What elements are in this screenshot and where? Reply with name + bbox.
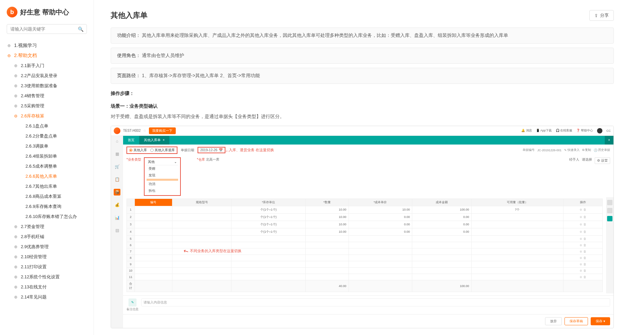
row-action-icons[interactable]: ⊕ 🗑 xyxy=(563,261,602,267)
money-icon[interactable]: 💰 xyxy=(114,202,120,208)
plus-icon: ⊕ xyxy=(13,63,18,68)
row-action-icons[interactable]: ⊕ 🗑 xyxy=(563,267,602,274)
ss-rb-2[interactable] xyxy=(607,208,612,213)
row-action-icons[interactable]: ⊕ 🗑 xyxy=(563,274,602,280)
nav-sub-29[interactable]: ⊕2.9优惠券管理 xyxy=(13,242,87,252)
clipboard-icon[interactable]: 📋 xyxy=(114,176,120,183)
ss-date-field[interactable]: 2019-12-26 📅 ← xyxy=(198,147,225,153)
table-row-empty[interactable]: 11⊕ 🗑 xyxy=(127,274,603,280)
nav-sub-21[interactable]: ⊕2.1新手入门 xyxy=(13,61,87,71)
ss-biztype-label: *业务类型 xyxy=(126,157,141,162)
row-action-icons[interactable]: ⊕ 🗑 xyxy=(563,213,602,221)
nav-sub-211[interactable]: ⊕2.11打印设置 xyxy=(13,262,87,272)
ss-top-app[interactable]: 📱 App下载 xyxy=(536,128,552,133)
table-row[interactable]: 3个(1个=1个)10.000.000.00⊕ 🗑 xyxy=(127,221,603,228)
home-icon[interactable]: ⌂ xyxy=(114,138,120,145)
intro-box: 功能介绍： 其他入库单用来处理除采购入库、产成品入库之外的其他入库业务，因此其他… xyxy=(111,27,614,44)
ss-dd-opt-4[interactable]: 拆包 xyxy=(147,187,178,194)
table-row[interactable]: 2个(1个=1个)10.000.000.00⊕ 🗑 xyxy=(127,213,603,221)
nav-leaf-267[interactable]: 2.6.7其他出库单 xyxy=(25,181,87,191)
star-icon: ☆ xyxy=(143,129,146,132)
ss-remark-input[interactable]: 请输入内容信息 xyxy=(141,298,610,306)
nav-leaf-2610[interactable]: 2.6.10库存账本错了怎么办 xyxy=(25,212,87,222)
ss-link-quick[interactable]: ✎快速录入 xyxy=(564,148,580,152)
plus-icon: ⊕ xyxy=(13,94,18,98)
table-row-empty[interactable]: 8⊕ 🗑 xyxy=(127,255,603,261)
nav-sub-25[interactable]: ⊕2.5采购管理 xyxy=(13,101,87,111)
row-action-icons[interactable]: ⊕ 🗑 xyxy=(563,235,602,242)
nav-leaf-264[interactable]: 2.6.4组装拆卸单 xyxy=(25,151,87,161)
nav-sub-27[interactable]: ⊕2.7资金管理 xyxy=(13,222,87,232)
ss-link-history[interactable]: 🕓历史单据 xyxy=(594,148,610,152)
avatar-icon[interactable] xyxy=(597,128,602,133)
row-action-icons[interactable]: ⊕ 🗑 xyxy=(563,221,602,228)
ss-save-button[interactable]: 保存 ▾ xyxy=(591,317,610,325)
ss-logo-icon xyxy=(114,127,120,134)
ss-dd-opt-3[interactable]: 功消 xyxy=(147,181,178,187)
row-action-icons[interactable]: ⊕ 🗑 xyxy=(563,228,602,235)
nav-leaf-268[interactable]: 2.6.8商品成本重算 xyxy=(25,191,87,202)
table-row[interactable]: 4个(1个=1个)10.000.000.00⊕ 🗑 xyxy=(127,228,603,235)
search-icon[interactable]: 🔍 xyxy=(78,26,84,32)
nav-sub-210[interactable]: ⊕2.10经营管理 xyxy=(13,252,87,262)
ss-radio-in[interactable]: 其他入库 xyxy=(129,148,147,153)
ss-biztype-dropdown[interactable]: 其他⌄ 受赠 发现 功消 拆包 xyxy=(144,157,181,196)
ss-top-help[interactable]: ❓ 帮助中心 xyxy=(576,128,593,133)
nav-sub-26[interactable]: ⊖2.6库存核算 xyxy=(13,111,87,121)
plus-icon: ⊕ xyxy=(13,234,18,239)
ss-rb-3[interactable] xyxy=(607,216,612,221)
ss-link-copy[interactable]: ⧉复制 xyxy=(582,148,591,152)
nav-sub-214[interactable]: ⊕2.14常见问题 xyxy=(13,292,87,302)
table-row-empty[interactable]: 10⊕ 🗑 xyxy=(127,267,603,274)
nav-sub-213[interactable]: ⊕2.13在线支付 xyxy=(13,282,87,292)
table-row-empty[interactable]: 9⊕ 🗑 xyxy=(127,261,603,267)
ss-op-val[interactable]: 请选择 xyxy=(582,157,592,162)
nav-sub-23[interactable]: ⊕2.3使用前数据准备 xyxy=(13,81,87,91)
plus-icon: ⊕ xyxy=(13,255,18,259)
th-qty: *数量 xyxy=(306,199,348,206)
ss-radio-group: 其他入库 其他入库退库 xyxy=(126,147,177,154)
steps-heading: 操作步骤： xyxy=(111,91,614,97)
ss-radio-return[interactable]: 其他入库退库 xyxy=(150,148,175,153)
nav-sub-24[interactable]: ⊕2.4销售管理 xyxy=(13,91,87,101)
ss-tab-active[interactable]: 其他入库单 × xyxy=(139,136,169,145)
nav-item-video[interactable]: ⊕1.视频学习 xyxy=(7,41,87,51)
th-code: 编号 xyxy=(135,199,172,206)
nav-sub-28[interactable]: ⊕2.8手机旺铺 xyxy=(13,232,87,242)
row-action-icons[interactable]: ⊕ 🗑 xyxy=(563,255,602,261)
table-row-empty[interactable]: 5⊕ 🗑 xyxy=(127,235,603,242)
nav-sub-22[interactable]: ⊕2.2产品安装及登录 xyxy=(13,71,87,81)
nav-leaf-262[interactable]: 2.6.2分量盘点单 xyxy=(25,131,87,141)
nav-leaf-263[interactable]: 2.6.3调拨单 xyxy=(25,141,87,151)
ss-draft-button[interactable]: 保存草稿 xyxy=(565,317,588,325)
nav-leaf-261[interactable]: 2.6.1盘点单 xyxy=(25,121,87,131)
chart-icon[interactable]: 📊 xyxy=(114,214,120,221)
ss-tab-home[interactable]: 首页 xyxy=(123,136,139,145)
stock-icon[interactable]: 📦 xyxy=(114,189,120,196)
row-action-icons[interactable]: ⊕ 🗑 xyxy=(563,248,602,255)
ss-dd-opt-1[interactable]: 受赠 xyxy=(147,165,178,172)
close-all-icon[interactable]: × xyxy=(605,136,613,145)
search-input[interactable] xyxy=(7,24,87,34)
close-icon[interactable]: × xyxy=(163,138,165,142)
ss-cancel-button[interactable]: 放弃 xyxy=(545,317,562,325)
share-button[interactable]: ⇪ 分享 xyxy=(589,10,614,21)
table-row[interactable]: 1个(1个=1个)10.0010.00100.007个⊕ 🗑 xyxy=(127,206,603,213)
grid-icon[interactable]: ▤ xyxy=(114,227,120,234)
ss-top-msg[interactable]: 🔔 消息 xyxy=(521,128,532,133)
nav-item-docs[interactable]: ⊖2.帮助文档 xyxy=(7,51,87,61)
ss-dd-opt-2[interactable]: 发现 xyxy=(147,172,178,179)
nav-leaf-265[interactable]: 2.6.5成本调整单 xyxy=(25,161,87,171)
row-action-icons[interactable]: ⊕ 🗑 xyxy=(563,206,602,213)
box-icon[interactable]: ▦ xyxy=(114,151,120,157)
ss-top-cs[interactable]: 🎧 在线客服 xyxy=(556,128,573,133)
calendar-icon: 📅 xyxy=(219,148,223,152)
nav-leaf-266[interactable]: 2.6.6其他入库单 xyxy=(25,171,87,181)
cart-icon[interactable]: 🛒 xyxy=(114,163,120,170)
row-action-icons[interactable]: ⊕ 🗑 xyxy=(563,242,602,248)
nav-sub-212[interactable]: ⊕2.12系统个性化设置 xyxy=(13,272,87,282)
nav-leaf-269[interactable]: 2.6.9库存账本查询 xyxy=(25,202,87,212)
ss-rb-1[interactable] xyxy=(607,200,612,205)
ss-settings-button[interactable]: ⚙ 设置 xyxy=(595,157,610,164)
ss-buy-button[interactable]: 我要购买一下 xyxy=(149,127,176,134)
